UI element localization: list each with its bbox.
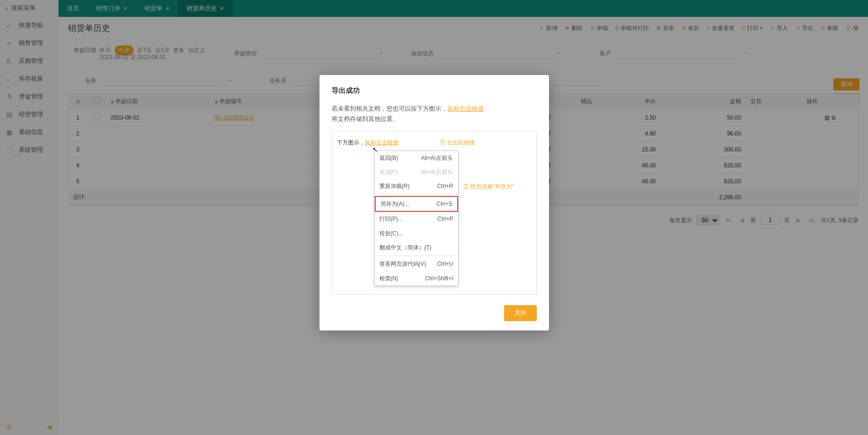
- modal-text-1: 若未看到相关文档，您也可以按下方图示，: [332, 105, 447, 112]
- cursor-icon: ↖: [372, 144, 378, 156]
- annotation-1: ① 右击此链接: [440, 138, 475, 147]
- ctx-menu-item: 检查(N)Ctrl+Shift+I: [375, 271, 458, 285]
- modal-text-2: 将文档存储到其他位置。: [332, 115, 399, 122]
- ctx-menu-item: 另存为(A)...Ctrl+S: [375, 196, 458, 212]
- context-menu-illustration: 返回(B)Alt+向左箭头前进(F)Alt+向右箭头重新加载(R)Ctrl+R另…: [374, 150, 459, 286]
- modal-title: 导出成功: [332, 86, 537, 95]
- annotation-2: ② 然后选择"另存为": [463, 182, 514, 191]
- ctx-menu-item: 重新加载(R)Ctrl+R: [375, 179, 458, 193]
- right-click-link[interactable]: 鼠标右击链接: [447, 105, 484, 112]
- ctx-menu-item: 查看网页源代码(V)Ctrl+U: [375, 257, 458, 271]
- modal-overlay: 导出成功 若未看到相关文档，您也可以按下方图示，鼠标右击链接 将文档存储到其他位…: [0, 0, 868, 435]
- ctx-menu-item: 前进(F)Alt+向右箭头: [375, 165, 458, 179]
- instr-prefix: 下方图示，: [337, 139, 365, 146]
- instr-link: 鼠标右击链接: [365, 139, 399, 146]
- ctx-menu-item: 投射(C)...: [375, 226, 458, 240]
- close-button[interactable]: 关闭: [504, 305, 537, 321]
- ctx-menu-item: 返回(B)Alt+向左箭头: [375, 151, 458, 165]
- export-success-modal: 导出成功 若未看到相关文档，您也可以按下方图示，鼠标右击链接 将文档存储到其他位…: [319, 75, 549, 330]
- ctx-menu-item: 翻成中文（简体）(T): [375, 240, 458, 255]
- ctx-menu-item: 打印(P)...Ctrl+P: [375, 212, 458, 226]
- instruction-diagram: 下方图示，鼠标右击链接 ↖ ① 右击此链接 返回(B)Alt+向左箭头前进(F)…: [332, 131, 537, 295]
